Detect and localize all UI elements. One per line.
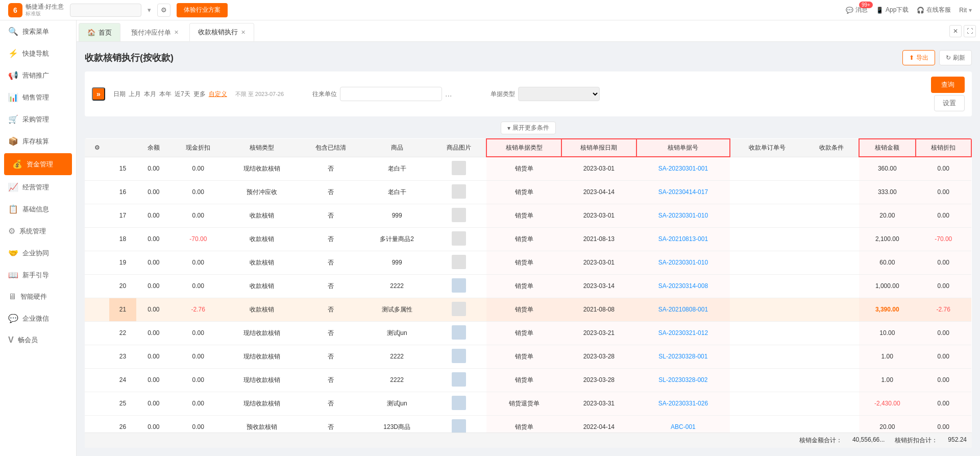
home-icon: 🏠 <box>87 29 95 36</box>
fullscreen-button[interactable]: ⛶ <box>964 25 976 37</box>
bill-no-link[interactable]: SA-20230321-012 <box>658 329 708 337</box>
sidebar-item-finance[interactable]: 💰 资金管理 <box>4 153 72 175</box>
trial-button[interactable]: 体验行业方案 <box>177 3 228 17</box>
sidebar-item-basic-info[interactable]: 📋 基础信息 <box>0 198 76 220</box>
cell-seq: 21 <box>109 298 136 321</box>
date-filter-group: 日期 上月 本月 本年 近7天 更多 自定义 <box>113 90 227 99</box>
col-receipt-order-no: 收款单订单号 <box>730 139 804 157</box>
date-more[interactable]: 更多 <box>193 90 206 99</box>
sidebar-item-inventory[interactable]: 📦 库存核算 <box>0 130 76 152</box>
cell-verify-bill-type: 销货单 <box>486 345 561 368</box>
cell-included-clear: 否 <box>299 227 362 251</box>
cell-cash-discount: -70.00 <box>171 227 225 251</box>
cell-verify-type: 预付冲应收 <box>225 180 299 204</box>
export-button[interactable]: ⬆ 导出 <box>902 50 935 65</box>
settings-button[interactable]: ⚙ <box>157 4 170 17</box>
bill-no-link[interactable]: SA-20230301-001 <box>658 165 708 172</box>
col-verify-bill-type: 核销单据类型 <box>486 139 561 157</box>
sidebar-item-wechat[interactable]: 💬 企业微信 <box>0 307 76 329</box>
sidebar-item-guide[interactable]: 📖 新手引导 <box>0 264 76 286</box>
table-row: 22 0.00 0.00 现结收款核销 否 测试jun 销货单 2023-03-… <box>85 321 971 345</box>
sidebar-item-label: 智能硬件 <box>20 292 47 301</box>
cell-receipt-condition <box>804 298 859 321</box>
cell-balance: 0.00 <box>136 204 172 227</box>
sidebar-item-quick-nav[interactable]: ⚡ 快捷导航 <box>0 42 76 64</box>
cell-balance: 0.00 <box>136 157 172 180</box>
user-avatar[interactable]: Rit ▾ <box>959 7 972 14</box>
bill-type-select[interactable] <box>518 87 600 101</box>
sidebar-item-marketing[interactable]: 📢 营销推广 <box>0 64 76 86</box>
cell-verify-bill-no: SA-20230414-017 <box>636 180 730 204</box>
cell-verify-discount: -70.00 <box>916 227 971 251</box>
close-tab-button[interactable]: ✕ <box>949 25 962 37</box>
search-input[interactable] <box>70 4 141 17</box>
filter-settings-button[interactable]: 设置 <box>934 95 965 111</box>
cell-verify-discount: 0.00 <box>916 204 971 227</box>
refresh-icon: ↻ <box>946 54 951 61</box>
sidebar-item-system[interactable]: ⚙ 系统管理 <box>0 220 76 242</box>
cell-verify-type: 收款核销 <box>225 227 299 251</box>
sidebar-item-vip[interactable]: V 畅会员 <box>0 329 76 351</box>
bill-no-link[interactable]: SA-20230314-008 <box>658 282 708 290</box>
cell-verify-bill-date: 2022-04-14 <box>561 415 636 433</box>
close-icon[interactable]: ✕ <box>174 29 179 36</box>
sidebar-item-search[interactable]: 🔍 搜索菜单 <box>0 20 76 42</box>
cell-included-clear: 否 <box>299 415 362 433</box>
cell-verify-bill-type: 销货单 <box>486 274 561 298</box>
sidebar-item-operations[interactable]: 📈 经营管理 <box>0 176 76 198</box>
close-icon[interactable]: ✕ <box>241 29 246 36</box>
cell-cash-discount: 0.00 <box>171 251 225 274</box>
cell-gear <box>85 298 109 321</box>
service-button[interactable]: 🎧 在线客服 <box>917 6 951 14</box>
partner-input[interactable] <box>340 87 442 101</box>
cell-receipt-order-no <box>730 298 804 321</box>
cell-verify-bill-no: SA-20230301-010 <box>636 204 730 227</box>
date-last-month[interactable]: 上月 <box>129 90 141 99</box>
sidebar-item-purchase[interactable]: 🛒 采购管理 <box>0 108 76 130</box>
bill-no-link[interactable]: SA-20210808-001 <box>658 306 708 313</box>
date-this-month[interactable]: 本月 <box>144 90 156 99</box>
filter-expand-button[interactable]: » <box>92 87 105 101</box>
bill-no-link[interactable]: SL-20230328-001 <box>658 353 707 360</box>
gear-icon[interactable]: ⚙ <box>94 144 100 151</box>
tab-prepay[interactable]: 预付冲应付单 ✕ <box>122 23 187 41</box>
cell-included-clear: 否 <box>299 157 362 180</box>
partner-dots[interactable]: ... <box>445 89 452 99</box>
cell-seq: 23 <box>109 345 136 368</box>
bill-no-link[interactable]: ABC-001 <box>671 423 696 430</box>
col-gear[interactable]: ⚙ <box>85 139 109 157</box>
table-wrap[interactable]: ⚙ 余额 现金折扣 核销类型 包含已结清 商品 商品图片 核销单据类型 核销单报… <box>85 138 972 433</box>
sidebar-item-hardware[interactable]: 🖥 智能硬件 <box>0 286 76 307</box>
bill-no-link[interactable]: SA-20230414-017 <box>658 188 708 196</box>
cell-seq: 19 <box>109 251 136 274</box>
refresh-button[interactable]: ↻ 刷新 <box>939 50 972 65</box>
bill-no-link[interactable]: SA-20230301-010 <box>658 212 708 219</box>
tab-home[interactable]: 🏠 首页 <box>79 23 120 41</box>
bill-no-link[interactable]: SL-20230328-002 <box>658 376 707 383</box>
cell-verify-bill-no: SA-20230301-010 <box>636 251 730 274</box>
bill-no-link[interactable]: SA-20230331-026 <box>658 400 708 407</box>
cell-included-clear: 否 <box>299 345 362 368</box>
sidebar-item-label: 企业协同 <box>22 249 49 258</box>
cell-verify-type: 收款核销 <box>225 274 299 298</box>
app-download-button[interactable]: 📱 App下载 <box>876 6 909 14</box>
date-this-year[interactable]: 本年 <box>159 90 172 99</box>
tab-verify[interactable]: 收款核销执行 ✕ <box>189 23 254 41</box>
sidebar-item-label: 企业微信 <box>22 314 49 323</box>
bill-no-link[interactable]: SA-20210813-001 <box>658 235 708 243</box>
message-button[interactable]: 💬 消息 99+ <box>846 6 868 14</box>
expand-more-button[interactable]: ▾ 展开更多条件 <box>501 122 556 134</box>
top-bar-left: 6 畅捷通·好生意 标准版 ▾ ⚙ 体验行业方案 <box>8 3 228 17</box>
query-button[interactable]: 查询 <box>931 77 965 93</box>
cell-receipt-order-no <box>730 321 804 345</box>
cell-verify-amount: 20.00 <box>859 204 915 227</box>
sidebar: 🔍 搜索菜单 ⚡ 快捷导航 📢 营销推广 📊 销售管理 🛒 采购管理 📦 库存核… <box>0 20 77 456</box>
chevron-down-icon[interactable]: ▾ <box>148 6 151 14</box>
sidebar-item-enterprise[interactable]: 🤝 企业协同 <box>0 242 76 264</box>
date-7days[interactable]: 近7天 <box>175 90 190 99</box>
sidebar-item-sales[interactable]: 📊 销售管理 <box>0 86 76 108</box>
col-cash-discount: 现金折扣 <box>171 139 225 157</box>
bill-no-link[interactable]: SA-20230301-010 <box>658 259 708 266</box>
date-custom[interactable]: 自定义 <box>209 90 227 99</box>
cell-verify-amount: 3,390.00 <box>859 298 915 321</box>
